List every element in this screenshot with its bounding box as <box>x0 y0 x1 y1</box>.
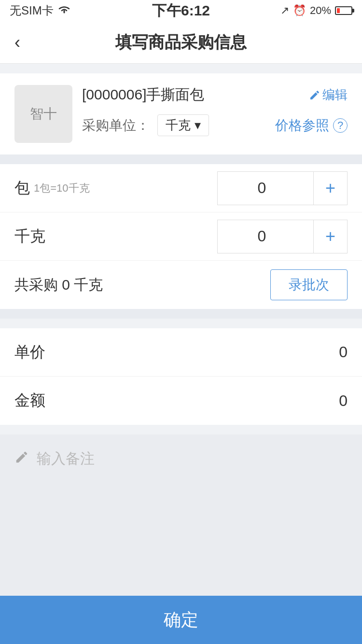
amount-label: 金额 <box>14 390 45 411</box>
kg-input-wrapper: + <box>217 220 348 253</box>
status-right: ↗ ⏰ 20% <box>280 4 352 17</box>
summary-section: 共采购 0 千克 录批次 <box>0 261 362 309</box>
kg-input-row: 千克 + <box>0 212 362 261</box>
summary-value: 0 <box>62 277 70 293</box>
back-button[interactable]: ‹ <box>14 32 20 53</box>
battery-icon <box>335 6 352 15</box>
purchase-unit-label: 采购单位： <box>82 116 150 135</box>
nav-bar: ‹ 填写商品采购信息 <box>0 21 362 64</box>
status-left: 无SIM卡 <box>10 3 71 18</box>
unit-select[interactable]: 千克 ▾ <box>157 114 209 136</box>
product-info: [0000006]手撕面包 编辑 采购单位： 千克 ▾ 价格参照 ? <box>82 85 348 136</box>
edit-label: 编辑 <box>322 86 348 103</box>
product-image: 智十 <box>14 85 72 143</box>
record-batch-button[interactable]: 录批次 <box>270 269 348 300</box>
note-section[interactable]: 输入备注 <box>0 434 362 483</box>
purchase-unit-row: 采购单位： 千克 ▾ 价格参照 ? <box>82 114 348 136</box>
summary-text: 共采购 0 千克 <box>14 275 103 295</box>
bag-input-row: 包 1包=10千克 + <box>0 164 362 212</box>
confirm-button[interactable]: 确定 <box>0 596 362 644</box>
price-ref-button[interactable]: 价格参照 ? <box>275 116 348 135</box>
confirm-label: 确定 <box>164 608 198 632</box>
location-icon: ↗ <box>280 4 289 17</box>
unit-price-label: 单价 <box>14 342 45 363</box>
price-section: 单价 0 金额 0 <box>0 328 362 425</box>
amount-value: 0 <box>339 392 348 410</box>
summary-row: 共采购 0 千克 录批次 <box>0 261 362 309</box>
bag-plus-button[interactable]: + <box>314 171 348 205</box>
section-divider-2 <box>0 309 362 319</box>
unit-price-value: 0 <box>339 343 348 361</box>
bag-input-wrapper: + <box>217 171 348 205</box>
alarm-icon: ⏰ <box>293 4 306 17</box>
product-card: 智十 [0000006]手撕面包 编辑 采购单位： 千克 ▾ 价格参照 ? <box>0 73 362 154</box>
chevron-down-icon: ▾ <box>195 118 201 133</box>
product-full-name: [0000006]手撕面包 <box>82 85 204 105</box>
bag-sub-label: 1包=10千克 <box>34 181 90 196</box>
note-input-placeholder[interactable]: 输入备注 <box>37 449 95 469</box>
bag-quantity-input[interactable] <box>217 171 314 205</box>
summary-unit: 千克 <box>74 277 103 293</box>
edit-button[interactable]: 编辑 <box>309 86 348 103</box>
bag-label: 包 <box>14 178 30 199</box>
question-icon: ? <box>333 118 348 133</box>
kg-quantity-input[interactable] <box>217 220 314 253</box>
carrier-label: 无SIM卡 <box>10 3 54 18</box>
page-title: 填写商品采购信息 <box>115 31 247 54</box>
unit-value: 千克 <box>166 117 191 134</box>
record-batch-label: 录批次 <box>289 276 329 294</box>
price-ref-label: 价格参照 <box>275 116 329 135</box>
wifi-icon <box>57 4 71 17</box>
product-name-row: [0000006]手撕面包 编辑 <box>82 85 348 105</box>
product-logo-text: 智十 <box>30 105 57 123</box>
amount-row: 金额 0 <box>0 377 362 425</box>
quantity-section: 包 1包=10千克 + 千克 + <box>0 164 362 261</box>
section-divider-1 <box>0 154 362 164</box>
summary-prefix: 共采购 <box>14 277 58 293</box>
kg-label: 千克 <box>14 226 45 247</box>
status-time: 下午6:12 <box>152 1 210 21</box>
battery-percent: 20% <box>310 4 331 17</box>
unit-price-row: 单价 0 <box>0 328 362 377</box>
status-bar: 无SIM卡 下午6:12 ↗ ⏰ 20% <box>0 0 362 21</box>
kg-plus-button[interactable]: + <box>314 220 348 253</box>
pencil-icon <box>14 450 29 468</box>
